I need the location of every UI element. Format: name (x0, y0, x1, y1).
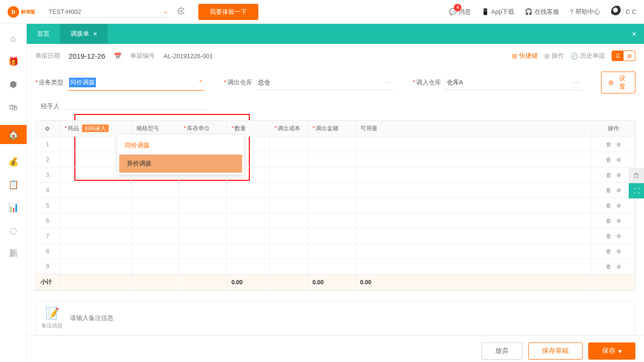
delete-icon[interactable]: 🗑 (606, 248, 612, 255)
logo-label: 标准版 (21, 9, 35, 15)
col-cost: *调出成本 (269, 121, 307, 137)
in-warehouse-field[interactable]: *调入仓库 仓库A⋯ (413, 75, 583, 90)
header-actions: 💬 消息 4 📱 App下载 🎧 在线客服 ? 帮助中心 C C (449, 5, 636, 19)
gear-icon[interactable] (177, 7, 185, 16)
delete-icon[interactable]: 🗑 (606, 217, 612, 224)
tab-home[interactable]: 首页 (27, 24, 60, 44)
docno-label: 单据编号 (130, 52, 155, 60)
copy-icon[interactable]: ⊕ (616, 172, 621, 178)
logo: b 标准版 (8, 6, 35, 18)
table-row[interactable]: 8🗑⊕ (36, 244, 635, 259)
download-link[interactable]: 📱 App下载 (481, 8, 514, 16)
messages-link[interactable]: 💬 消息 4 (449, 8, 471, 16)
copy-icon[interactable]: ⊕ (616, 217, 621, 224)
copy-icon[interactable]: ⊕ (616, 141, 621, 148)
svg-point-0 (180, 10, 182, 12)
tab-transfer[interactable]: 调拨单 ✕ (60, 24, 108, 44)
tabs-close-all[interactable]: ✕ (624, 24, 644, 44)
table-row[interactable]: 6🗑⊕ (36, 213, 635, 228)
message-badge: 4 (454, 4, 461, 11)
date-value[interactable]: 2019-12-26 (69, 52, 105, 60)
delete-icon[interactable]: 🗑 (606, 156, 612, 163)
table-row[interactable]: 9🗑⊕ (36, 259, 635, 274)
nav-money-icon[interactable]: 💰 (8, 156, 19, 167)
notes-input[interactable] (70, 314, 629, 321)
copy-icon[interactable]: ⊕ (616, 233, 621, 239)
nav-bag-icon[interactable]: 🛍 (8, 102, 19, 113)
more-icon[interactable]: ⋯ (573, 79, 580, 86)
nav-clipboard-icon[interactable]: 📋 (8, 179, 19, 190)
delete-icon[interactable]: 🗑 (606, 202, 612, 209)
table-row[interactable]: 5🗑⊕ (36, 198, 635, 213)
nav-new-icon[interactable]: 新 (8, 248, 19, 259)
nav-report-icon[interactable]: 📊 (8, 202, 19, 213)
avatar (611, 5, 624, 19)
copy-icon[interactable]: ⊕ (616, 248, 621, 255)
save-draft-button[interactable]: 保存草稿 (528, 342, 583, 360)
chevron-down-icon: ▾ (618, 347, 622, 355)
store-name: TEST-H002 (49, 8, 81, 15)
out-warehouse-field[interactable]: *调出仓库 总仓⋯ (224, 75, 394, 90)
docno-value: AL-20191226-001 (164, 52, 213, 60)
shortcuts-link[interactable]: ⊞快捷键 (512, 52, 538, 60)
handler-field[interactable]: 经手人 (35, 102, 207, 111)
dropdown-option-diff[interactable]: 异价调拨 (119, 155, 242, 173)
scan-button[interactable]: 扫码录入 (82, 124, 109, 132)
col-op: 操作 (592, 121, 635, 137)
more-icon[interactable]: ⋯ (385, 79, 392, 86)
grid-icon: ⊞ (544, 52, 550, 60)
nav-home-icon[interactable]: ⌂ (8, 33, 19, 44)
delete-icon[interactable]: 🗑 (606, 263, 612, 270)
headset-icon: 🎧 (525, 8, 532, 15)
float-toolbar: 🗒 ⛶ (629, 168, 644, 198)
biztype-dropdown: 同价调拨 异价调拨 (117, 134, 244, 175)
ops-link[interactable]: ⊞操作 (544, 52, 564, 60)
table-row[interactable]: 4🗑⊕ (36, 183, 635, 198)
dropdown-option-same[interactable]: 同价调拨 (117, 136, 244, 155)
nav-house-icon[interactable]: ⬢ (8, 79, 19, 90)
notes-icon: 📝 (45, 307, 59, 320)
logo-icon: b (8, 6, 19, 18)
document-header: 单据日期 2019-12-26 📅 单据编号 AL-20191226-001 ⊞… (27, 51, 644, 66)
copy-icon[interactable]: ⊕ (616, 263, 621, 270)
discard-button[interactable]: 放弃 (481, 342, 522, 360)
nav-circle-icon[interactable]: ◌ (8, 225, 19, 236)
save-button[interactable]: 保存▾ (588, 342, 635, 360)
keyboard-icon: ⊞ (512, 52, 517, 60)
expand-tool-icon[interactable]: ⛶ (629, 183, 644, 198)
footer-actions: 放弃 保存草稿 保存▾ (27, 335, 644, 362)
delete-icon[interactable]: 🗑 (606, 187, 612, 194)
copy-icon[interactable]: ⊕ (616, 156, 621, 163)
col-amount: *调出金额 (307, 121, 355, 137)
nav-gift-icon[interactable]: 🎁 (8, 56, 19, 67)
biztype-field[interactable]: *业务类型 同价调拨 ⌃ (35, 75, 205, 91)
close-icon[interactable]: ✕ (93, 31, 97, 37)
delete-icon[interactable]: 🗑 (606, 141, 612, 148)
delete-icon[interactable]: 🗑 (606, 233, 612, 239)
view-list-icon[interactable]: ☰ (612, 51, 624, 61)
settings-button[interactable]: ⚙设置 (601, 72, 635, 93)
user-menu[interactable]: C C (611, 5, 636, 19)
store-selector[interactable]: TEST-H002 ⌄ (49, 6, 168, 18)
copy-icon[interactable]: ⊕ (616, 202, 621, 209)
trial-button[interactable]: 我要体验一下 (198, 4, 258, 20)
history-link[interactable]: 🕘历史单据 (571, 52, 605, 60)
notes-section: 📝 备注信息 (35, 300, 635, 335)
view-toggle: ☰ ⊞ (612, 51, 635, 61)
table-row[interactable]: 7🗑⊕ (36, 228, 635, 244)
table-settings-header[interactable]: ⚙ (36, 121, 60, 137)
note-tool-icon[interactable]: 🗒 (629, 168, 644, 183)
nav-warehouse-icon[interactable]: 🏠 (0, 125, 27, 144)
chevron-up-icon[interactable]: ⌃ (198, 79, 203, 86)
gear-icon: ⚙ (45, 125, 50, 132)
delete-icon[interactable]: 🗑 (606, 172, 612, 178)
left-sidebar: ⌂ 🎁 ⬢ 🛍 🏠 💰 📋 📊 ◌ 新 (0, 24, 27, 362)
help-link[interactable]: ? 帮助中心 (570, 8, 600, 16)
calendar-icon[interactable]: 📅 (114, 52, 122, 60)
view-card-icon[interactable]: ⊞ (624, 51, 635, 61)
service-link[interactable]: 🎧 在线客服 (525, 8, 559, 16)
col-avail: 可用量 (355, 121, 592, 137)
copy-icon[interactable]: ⊕ (616, 187, 621, 194)
chevron-down-icon: ⌄ (163, 8, 168, 15)
history-icon: 🕘 (571, 52, 578, 60)
